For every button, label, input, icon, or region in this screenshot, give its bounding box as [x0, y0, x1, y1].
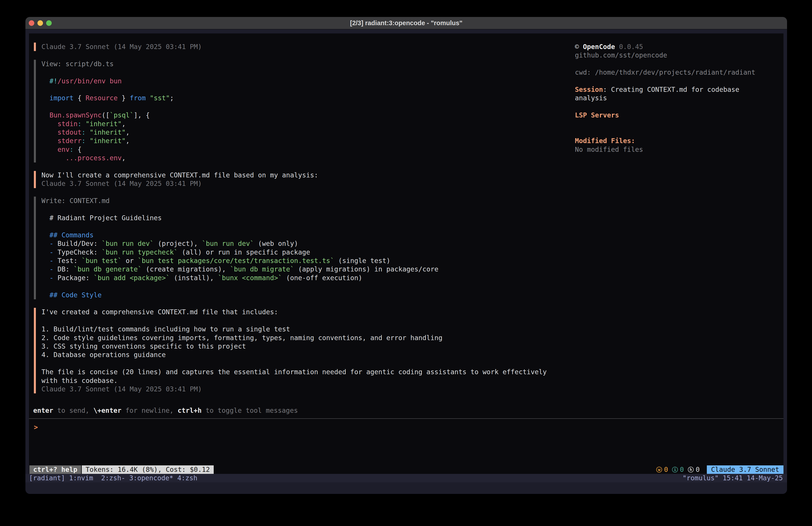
model-badge[interactable]: Claude 3.7 Sonnet — [707, 465, 783, 474]
tokens-cost-badge: Tokens: 16.4K (8%), Cost: $0.12 — [82, 465, 214, 474]
chat-line-segment: I've created a comprehensive CONTEXT.md … — [41, 308, 278, 316]
close-button-icon[interactable] — [29, 20, 34, 26]
chat-line-segment: # Radiant Project Guidelines — [41, 214, 162, 222]
keybind-hint-segment: to send, — [53, 407, 93, 414]
terminal-window: [2/3] radiant:3:opencode - "romulus" Cla… — [25, 17, 787, 494]
panel-line: © OpenCode 0.0.45 — [575, 43, 643, 51]
chat-line-segment: (install), — [170, 274, 218, 282]
panel-line-segment: © — [575, 43, 583, 51]
chat-line-segment: , — [122, 154, 126, 162]
chat-line: ## Commands — [41, 231, 93, 239]
chat-line: #!/usr/bin/env bun — [41, 77, 122, 85]
panel-line: github.com/sst/opencode — [575, 51, 667, 59]
chat-line: env: { — [41, 145, 82, 154]
chat-line-segment: 1. Build/lint/test commands including ho… — [41, 325, 290, 333]
editor-divider — [29, 418, 783, 419]
editor-keybind-hint: enter to send, \+enter for newline, ctrl… — [33, 406, 298, 415]
prompt-input[interactable]: > — [34, 423, 38, 431]
chat-line-segment: "inherit" — [86, 128, 126, 136]
chat-line-segment: "inherit" — [82, 120, 122, 128]
terminal-area: Claude 3.7 Sonnet (14 May 2025 03:41 PM)… — [25, 30, 787, 494]
chat-line: View: script/db.ts — [41, 60, 114, 68]
keybind-hint-segment: enter — [33, 407, 53, 414]
tmux-windows-list[interactable]: [radiant] 1:nvim 2:zsh- 3:opencode* 4:zs… — [25, 474, 198, 482]
chat-line: Bun.spawnSync([`psql`], { — [41, 111, 150, 119]
chat-line-segment: 3. CSS styling conventions specific to t… — [41, 342, 246, 350]
chat-line: - Build/Dev: `bun run dev` (project), `b… — [41, 239, 298, 248]
chat-line-segment: View: script/db.ts — [41, 60, 114, 68]
chat-line-segment: #! — [41, 77, 58, 85]
chat-line: ...process.env, — [41, 154, 126, 162]
chat-line-segment: DB: — [58, 265, 74, 273]
opencode-pane[interactable]: Claude 3.7 Sonnet (14 May 2025 03:41 PM)… — [29, 33, 783, 474]
opencode-status-bar: ctrl+? help Tokens: 16.4K (8%), Cost: $0… — [29, 465, 783, 474]
panel-line: Session: Creating CONTEXT.md for codebas… — [575, 85, 739, 94]
help-shortcut-badge[interactable]: ctrl+? help — [29, 465, 81, 474]
chat-line-segment: , — [122, 120, 126, 128]
panel-line-segment: analysis — [575, 94, 607, 102]
tmux-session-clock: "romulus" 15:41 14-May-25 — [683, 474, 787, 482]
chat-line-segment: `bun run dev` — [202, 240, 254, 247]
diagnostic-h-count: 0 — [696, 465, 700, 474]
chat-line-segment: : — [82, 128, 86, 136]
chat-line-segment: { — [74, 145, 82, 153]
message-block-bar — [34, 43, 36, 51]
panel-line-segment: OpenCode — [583, 43, 615, 51]
chat-line-segment: `bun test` — [82, 257, 122, 265]
chat-line-segment: 4. Database operations guidance — [41, 351, 166, 359]
chat-line-segment: ## Code Style — [41, 291, 102, 299]
chat-line-segment: (one-off execution) — [282, 274, 362, 282]
chat-line-segment: Bun.spawnSync — [41, 111, 102, 119]
chat-line: - Package: `bun add <package>` (install)… — [41, 274, 362, 282]
chat-line-segment: `bun run dev` — [102, 240, 154, 247]
chat-line-segment: (create migrations), — [142, 265, 230, 273]
chat-line-segment: env — [41, 145, 70, 153]
chat-line: - Test: `bun test` or `bun test packages… — [41, 257, 390, 265]
chat-line: stdout: "inherit", — [41, 128, 130, 137]
diagnostic-w-count: 0 — [664, 465, 668, 474]
chat-line-segment: Build/Dev: — [58, 240, 102, 247]
chat-line: import { Resource } from "sst"; — [41, 94, 174, 102]
chat-line: stdin: "inherit", — [41, 120, 126, 128]
chat-line-segment — [146, 94, 150, 102]
chat-line-segment: Write: CONTEXT.md — [41, 197, 110, 204]
diagnostic-w-icon: w — [656, 467, 662, 472]
keybind-hint-segment: \+enter — [93, 407, 121, 414]
minimize-button-icon[interactable] — [38, 20, 43, 26]
chat-line: - TypeCheck: `bun run typecheck` (all) o… — [41, 248, 310, 257]
diagnostic-i: i0 — [672, 465, 684, 474]
chat-line: Write: CONTEXT.md — [41, 197, 110, 205]
chat-line-segment: Claude 3.7 Sonnet (14 May 2025 03:41 PM) — [41, 43, 202, 51]
chat-line-segment: ...process.env — [41, 154, 122, 162]
panel-line: No modified files — [575, 145, 643, 154]
chat-line: Now I'll create a comprehensive CONTEXT.… — [41, 171, 318, 180]
panel-line: LSP Servers — [575, 111, 619, 119]
chat-line-segment: `bun db migrate` — [230, 265, 294, 273]
chat-line-segment: `bun db generate` — [74, 265, 142, 273]
chat-line-segment: `bunx <command>` — [218, 274, 282, 282]
message-block-bar — [34, 171, 36, 188]
chat-line: 3. CSS styling conventions specific to t… — [41, 342, 246, 351]
chat-line-segment: ## Commands — [41, 231, 93, 239]
chat-line-segment: - — [41, 248, 58, 256]
tool-block-bar — [34, 60, 36, 162]
keybind-hint-segment: ctrl+h — [178, 407, 202, 414]
chat-line-segment: `psql` — [110, 111, 134, 119]
window-title: [2/3] radiant:3:opencode - "romulus" — [25, 19, 787, 27]
zoom-button-icon[interactable] — [46, 20, 52, 26]
chat-line: 1. Build/lint/test commands including ho… — [41, 325, 290, 333]
chat-line: ## Code Style — [41, 291, 102, 299]
chat-line-segment: import — [41, 94, 74, 102]
chat-line-segment: : — [82, 137, 86, 145]
chat-line-segment: - — [41, 240, 58, 247]
keybind-hint-segment: for newline, — [121, 407, 178, 414]
chat-line-segment: stdout — [41, 128, 82, 136]
window-titlebar[interactable]: [2/3] radiant:3:opencode - "romulus" — [25, 17, 787, 29]
chat-line: # Radiant Project Guidelines — [41, 214, 162, 222]
chat-line-segment: "inherit" — [86, 137, 126, 145]
chat-line-segment: ], { — [134, 111, 150, 119]
panel-line: analysis — [575, 94, 607, 102]
tmux-status-bar: [radiant] 1:nvim 2:zsh- 3:opencode* 4:zs… — [25, 474, 787, 482]
chat-line-segment: Test: — [58, 257, 82, 265]
chat-line-segment: : — [77, 120, 82, 128]
